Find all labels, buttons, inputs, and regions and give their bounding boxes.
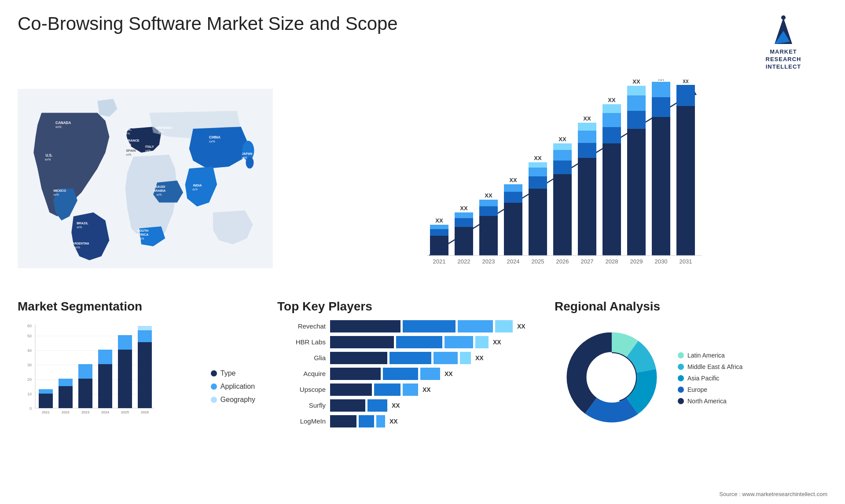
bar-seg1 — [330, 415, 356, 427]
bar-seg3 — [420, 368, 440, 380]
reg-legend-europe: Europe — [678, 386, 742, 393]
svg-text:xx%: xx% — [145, 149, 151, 152]
donut-chart — [555, 320, 669, 436]
svg-text:SAUDI: SAUDI — [155, 185, 165, 189]
seg-legend: Type Application Geography — [211, 369, 255, 417]
bar-seg1 — [330, 383, 372, 396]
svg-rect-96 — [676, 106, 695, 256]
svg-rect-48 — [455, 212, 473, 218]
svg-text:XX: XX — [583, 115, 591, 122]
svg-text:xx%: xx% — [75, 245, 80, 248]
legend-geo-dot — [211, 397, 217, 403]
svg-rect-51 — [479, 216, 498, 256]
svg-rect-82 — [603, 104, 621, 113]
bar-seg2 — [359, 415, 374, 427]
svg-rect-53 — [479, 200, 498, 206]
svg-rect-75 — [578, 131, 596, 143]
content-area: CANADA xx% U.S. xx% MEXICO xx% BRAZIL xx… — [0, 75, 845, 436]
bar-seg3 — [376, 415, 385, 427]
svg-text:2022: 2022 — [62, 410, 70, 414]
reg-dot-europe — [678, 387, 684, 393]
svg-text:30: 30 — [27, 363, 32, 367]
svg-text:2023: 2023 — [81, 410, 89, 414]
svg-rect-46 — [455, 227, 473, 256]
player-xx: XX — [475, 354, 484, 362]
svg-rect-87 — [627, 95, 646, 111]
legend-app-dot — [211, 383, 217, 390]
segmentation-title: Market Segmentation — [18, 299, 255, 314]
svg-rect-56 — [504, 203, 522, 256]
svg-rect-128 — [118, 335, 132, 350]
svg-text:2022: 2022 — [458, 258, 470, 265]
svg-text:FRANCE: FRANCE — [126, 138, 140, 142]
svg-text:xx%: xx% — [125, 132, 130, 135]
svg-text:AFRICA: AFRICA — [136, 232, 149, 236]
svg-rect-85 — [627, 129, 646, 256]
svg-rect-62 — [529, 176, 547, 189]
page-title: Co-Browsing Software Market Size and Sco… — [18, 13, 398, 34]
svg-text:xx%: xx% — [126, 142, 132, 146]
player-xx: XX — [493, 339, 501, 346]
bar-seg4 — [495, 320, 513, 332]
reg-dot-asia — [678, 375, 684, 381]
svg-rect-81 — [603, 113, 621, 127]
svg-text:MEXICO: MEXICO — [54, 189, 66, 193]
svg-text:2024: 2024 — [101, 410, 109, 414]
logo-area: MARKET RESEARCH INTELLECT — [739, 13, 827, 71]
svg-rect-116 — [39, 389, 53, 394]
bar-chart-svg: XX 2021 XX 2022 XX 2023 — [290, 80, 823, 282]
svg-text:xx%: xx% — [209, 139, 215, 143]
svg-rect-76 — [578, 123, 596, 131]
svg-rect-52 — [479, 206, 498, 216]
bar-seg4 — [475, 336, 489, 348]
svg-rect-73 — [578, 158, 596, 256]
bar-chart-section: XX 2021 XX 2022 XX 2023 — [282, 75, 836, 295]
svg-text:XX: XX — [435, 217, 443, 224]
bar-seg1 — [330, 368, 381, 380]
regional-title: Regional Analysis — [555, 299, 823, 314]
player-name: Upscope — [277, 386, 326, 393]
svg-rect-79 — [603, 143, 621, 256]
regional-content: Latin America Middle East & Africa Asia … — [555, 320, 823, 436]
svg-rect-58 — [504, 184, 522, 192]
svg-rect-67 — [553, 174, 572, 256]
svg-text:0: 0 — [29, 406, 32, 411]
player-name: Glia — [277, 354, 326, 362]
player-bar-container: XX — [330, 368, 537, 380]
svg-text:40: 40 — [27, 348, 32, 353]
reg-label-asia: Asia Pacific — [687, 375, 719, 382]
svg-text:2026: 2026 — [556, 258, 569, 265]
svg-text:50: 50 — [27, 334, 32, 338]
bar-seg2 — [383, 368, 418, 380]
svg-rect-93 — [652, 82, 670, 97]
bar-seg2 — [389, 352, 431, 364]
regional-legend: Latin America Middle East & Africa Asia … — [678, 352, 742, 405]
svg-rect-63 — [529, 168, 547, 176]
legend-type-label: Type — [220, 369, 236, 377]
player-bar-container: XX — [330, 383, 537, 396]
legend-app-label: Application — [220, 383, 255, 391]
svg-text:2024: 2024 — [507, 258, 520, 265]
seg-chart-container: 0 10 20 30 40 50 60 — [18, 320, 255, 417]
bar-chart-container: XX 2021 XX 2022 XX 2023 — [290, 80, 823, 282]
donut-svg — [555, 320, 669, 435]
reg-label-mea: Middle East & Africa — [687, 363, 742, 370]
reg-dot-na — [678, 398, 684, 404]
svg-text:XX: XX — [558, 136, 566, 142]
svg-rect-121 — [78, 379, 92, 408]
svg-rect-74 — [578, 143, 596, 158]
svg-rect-61 — [529, 189, 547, 256]
svg-text:xx%: xx% — [54, 193, 59, 196]
svg-text:U.K.: U.K. — [125, 128, 132, 131]
svg-rect-43 — [430, 225, 448, 229]
players-section: Top Key Players Revechat XX HBR Labs — [268, 299, 546, 436]
bar-seg4 — [460, 352, 471, 364]
player-row: Upscope XX — [277, 383, 537, 396]
svg-rect-130 — [138, 342, 152, 408]
logo-icon — [766, 13, 801, 48]
reg-dot-latin — [678, 352, 684, 358]
bar-seg1 — [330, 320, 400, 332]
player-bar-container: XX — [330, 415, 537, 427]
svg-text:GERMANY: GERMANY — [156, 125, 173, 129]
legend-type: Type — [211, 369, 255, 377]
